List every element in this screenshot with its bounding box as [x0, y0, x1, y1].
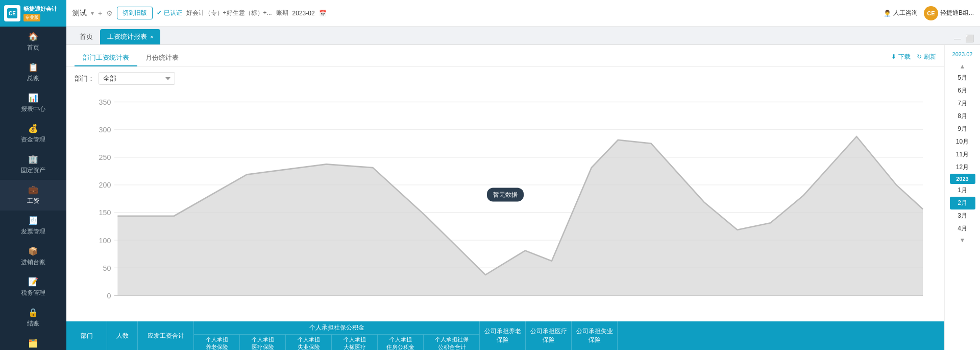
sidebar-item-assets[interactable]: 🏢 固定资产 [0, 149, 66, 180]
table-header: 部门 人数 应发工资合计 个人承担社保公积金 个人承担养老保险 个人承担医疗保险… [66, 321, 944, 350]
sidebar-item-reports[interactable]: 📊 报表中心 [0, 88, 66, 119]
svg-text:200: 200 [99, 181, 111, 189]
filter-bar: 部门： 全部 行政部 财务部 销售部 [66, 67, 944, 90]
logo-icon: CE [4, 5, 20, 21]
tabs-bar: 首页 工资统计报表 × — ⬜ [66, 27, 980, 45]
funds-icon: 💰 [28, 124, 38, 133]
sub-tab-dept[interactable]: 部门工资统计表 [75, 50, 137, 66]
month-2023-3[interactable]: 3月 [950, 209, 975, 222]
content-area: 部门工资统计表 月份统计表 ⬇ 下载 ↻ 刷新 [66, 45, 980, 350]
dept-filter-select[interactable]: 全部 行政部 财务部 销售部 [99, 72, 175, 85]
main-area: 测试 ▾ + ⚙ 切到旧版 ✔ 已认证 好会计（专）+好生意（标）+... 账期… [66, 0, 980, 350]
th-group-personal-cols: 个人承担养老保险 个人承担医疗保险 个人承担失业保险 个人承担大额医疗 个人承担… [194, 335, 479, 350]
tab-home[interactable]: 首页 [72, 29, 100, 44]
sidebar-item-label: 报表中心 [21, 105, 45, 113]
period-info: 账期 2023-02 📅 [276, 9, 327, 17]
period-value: 2023-02 [292, 10, 315, 17]
chart-wrapper: 350 300 250 200 150 100 50 0 [66, 90, 944, 321]
month-2023-2[interactable]: 2月 [950, 197, 975, 209]
switch-old-version-button[interactable]: 切到旧版 [117, 7, 153, 19]
chart-svg: 350 300 250 200 150 100 50 0 [75, 95, 936, 316]
month-10[interactable]: 10月 [950, 135, 975, 148]
tab-home-label: 首页 [80, 32, 93, 41]
help-icon: 👨‍💼 [884, 10, 891, 17]
sidebar-nav: 🏠 首页 📋 总账 📊 报表中心 💰 资金管理 🏢 固定资产 💼 工资 🧾 发票… [0, 27, 66, 350]
sidebar-item-label: 首页 [27, 43, 39, 52]
svg-text:CE: CE [9, 11, 16, 16]
th-dept: 部门 [66, 321, 107, 350]
download-button[interactable]: ⬇ 下载 [891, 53, 911, 61]
svg-text:100: 100 [99, 236, 111, 244]
refresh-button[interactable]: ↻ 刷新 [917, 53, 936, 61]
year-display: 2023.02 [949, 49, 976, 59]
svg-marker-18 [117, 136, 923, 295]
sidebar-item-ledger[interactable]: 📋 总账 [0, 57, 66, 88]
sidebar-item-funds[interactable]: 💰 资金管理 [0, 119, 66, 149]
user-profile[interactable]: CE 轻捷通B组... [924, 6, 974, 20]
purchase-icon: 📦 [28, 246, 38, 256]
th-company-unemploy: 公司承担失业保险 [572, 321, 618, 350]
month-7[interactable]: 7月 [950, 97, 975, 110]
assets-icon: 🏢 [28, 154, 38, 164]
panel-up-button[interactable]: ▲ [958, 61, 968, 72]
sidebar-item-label: 资金管理 [21, 135, 45, 144]
sidebar-item-invoice[interactable]: 🧾 发票管理 [0, 211, 66, 241]
th-personal-total: 个人承担社保公积金合计 [424, 335, 480, 350]
sidebar-item-archive[interactable]: 🗂️ 归档管理 [0, 333, 66, 350]
settings-icon[interactable]: ⚙ [106, 9, 113, 17]
month-2023-1[interactable]: 1月 [950, 184, 975, 197]
invoice-icon: 🧾 [28, 216, 38, 225]
panel-down-button[interactable]: ▼ [958, 235, 968, 245]
sub-tab-monthly[interactable]: 月份统计表 [137, 50, 187, 66]
month-5[interactable]: 5月 [950, 72, 975, 84]
sidebar-item-salary[interactable]: 💼 工资 [0, 180, 66, 211]
sidebar-item-label: 总账 [27, 74, 39, 83]
th-count: 人数 [107, 321, 138, 350]
product-tags: 好会计（专）+好生意（标）+... [186, 9, 272, 17]
main-content: 部门工资统计表 月份统计表 ⬇ 下载 ↻ 刷新 [66, 45, 944, 350]
add-icon[interactable]: + [98, 9, 102, 17]
tab-close-icon[interactable]: × [150, 34, 153, 40]
chart-container: 350 300 250 200 150 100 50 0 [75, 95, 936, 316]
close-nav-icon: 🔒 [28, 308, 38, 317]
avatar: CE [924, 6, 938, 20]
calendar-icon: 📅 [319, 10, 327, 17]
home-icon: 🏠 [28, 32, 38, 41]
svg-text:300: 300 [99, 126, 111, 134]
sidebar-item-home[interactable]: 🏠 首页 [0, 27, 66, 57]
sidebar-item-tax[interactable]: 📝 税务管理 [0, 272, 66, 302]
th-group-personal: 个人承担社保公积金 [194, 321, 479, 335]
help-button[interactable]: 👨‍💼 人工咨询 [884, 9, 918, 17]
reports-icon: 📊 [28, 93, 38, 103]
salary-icon: 💼 [28, 185, 38, 195]
tab-salary-report-label: 工资统计报表 [107, 32, 147, 41]
sidebar-item-label: 工资 [27, 197, 39, 205]
product-tags-label: 好会计（专）+好生意（标）+... [186, 9, 272, 17]
month-12[interactable]: 12月 [950, 161, 975, 174]
month-9[interactable]: 9月 [950, 123, 975, 135]
certified-label: ✔ 已认证 [157, 9, 182, 17]
th-personal-housing: 个人承担住房公积金 [378, 335, 424, 350]
svg-text:150: 150 [99, 208, 111, 217]
month-2023-4[interactable]: 4月 [950, 222, 975, 235]
th-total-salary: 应发工资合计 [138, 321, 194, 350]
svg-text:350: 350 [99, 98, 111, 106]
sidebar: CE 畅捷通好会计 专业版 🏠 首页 📋 总账 📊 报表中心 💰 资金管理 🏢 … [0, 0, 66, 350]
month-8[interactable]: 8月 [950, 110, 975, 123]
month-6[interactable]: 6月 [950, 84, 975, 97]
right-panel: 2023.02 ▲ 5月 6月 7月 8月 9月 10月 11月 12月 202… [944, 45, 980, 350]
minimize-icon[interactable]: — [954, 34, 961, 42]
sidebar-item-label: 发票管理 [21, 227, 45, 236]
tab-salary-report[interactable]: 工资统计报表 × [100, 29, 160, 44]
topbar-right: 👨‍💼 人工咨询 CE 轻捷通B组... [884, 6, 974, 20]
sidebar-item-close[interactable]: 🔒 结账 [0, 302, 66, 333]
sidebar-item-label: 税务管理 [21, 289, 45, 297]
dept-filter-label: 部门： [75, 74, 94, 83]
sidebar-logo: CE 畅捷通好会计 专业版 [0, 0, 66, 27]
sidebar-item-label: 进销台账 [21, 258, 45, 267]
svg-text:0: 0 [107, 292, 111, 300]
sidebar-item-purchase[interactable]: 📦 进销台账 [0, 241, 66, 272]
maximize-icon[interactable]: ⬜ [965, 34, 974, 42]
month-11[interactable]: 11月 [950, 148, 975, 161]
sub-tabs-right: ⬇ 下载 ↻ 刷新 [891, 53, 936, 64]
